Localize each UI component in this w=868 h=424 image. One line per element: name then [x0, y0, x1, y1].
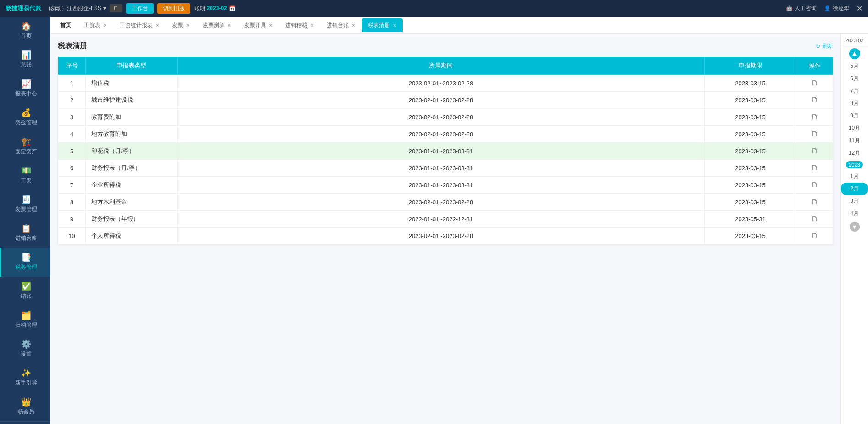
cell-type-9: 个人所得税: [86, 228, 178, 245]
action-view-0[interactable]: 🗋: [811, 79, 818, 87]
refresh-button[interactable]: ↻ 刷新: [816, 42, 833, 50]
close-button[interactable]: ✕: [857, 4, 862, 13]
table-row: 4 地方教育附加 2023-02-01~2023-02-28 2023-03-1…: [58, 126, 833, 143]
tab-label-payroll-stats: 工资统计报表: [120, 22, 153, 29]
action-view-8[interactable]: 🗋: [811, 215, 818, 223]
cal-month-6-2022[interactable]: 6月: [841, 73, 868, 85]
sidebar-label-general-ledger: 总账: [21, 61, 32, 69]
sidebar-item-settings[interactable]: ⚙️ 设置: [0, 335, 50, 363]
table-row: 10 个人所得税 2023-02-01~2023-02-28 2023-03-1…: [58, 228, 833, 245]
calendar-icon[interactable]: 📅: [229, 5, 236, 11]
app-logo: 畅捷通易代账: [6, 4, 41, 12]
sidebar-item-home[interactable]: 🏠 首页: [0, 17, 50, 45]
switch-version-button[interactable]: 切到旧版: [157, 3, 190, 14]
tab-close-payroll-table[interactable]: ×: [103, 22, 107, 28]
sidebar-item-settlement[interactable]: ✅ 结账: [0, 277, 50, 306]
cell-seq-7: 8: [58, 194, 86, 211]
main-panel: 税表清册 ↻ 刷新 序号 申报表类型 所属期间 申报期限 操作: [50, 34, 840, 424]
tab-close-purchase-review[interactable]: ×: [310, 22, 314, 28]
cal-month-12-2022[interactable]: 12月: [841, 147, 868, 159]
tab-payroll-table[interactable]: 工资表 ×: [78, 18, 113, 32]
table-row: 7 企业所得税 2023-01-01~2023-03-31 2023-03-15…: [58, 177, 833, 194]
table-row: 5 印花税（月/季） 2023-01-01~2023-03-31 2023-03…: [58, 143, 833, 160]
vip-icon: 👑: [21, 398, 31, 406]
cell-type-5: 财务报表（月/季）: [86, 160, 178, 177]
sidebar-item-general-ledger[interactable]: 📊 总账: [0, 45, 50, 74]
action-view-5[interactable]: 🗋: [811, 164, 818, 172]
cal-month-2-2023[interactable]: 2月: [841, 183, 868, 195]
cell-type-7: 地方水利基金: [86, 194, 178, 211]
tab-close-invoice-calc[interactable]: ×: [228, 22, 231, 28]
sidebar-item-purchase-sales[interactable]: 📋 进销台账: [0, 219, 50, 248]
sidebar-label-vip: 畅会员: [18, 408, 34, 416]
th-action: 操作: [796, 57, 833, 75]
tab-home[interactable]: 首页: [54, 18, 77, 32]
tax-icon: 📑: [21, 253, 31, 262]
sidebar-label-fund-management: 资金管理: [15, 119, 37, 127]
calendar-collapse-button[interactable]: ▾: [850, 222, 860, 232]
tab-invoice-calc[interactable]: 发票测算 ×: [197, 18, 237, 32]
tab-close-tax-clearance[interactable]: ×: [393, 22, 396, 28]
cell-type-1: 城市维护建设税: [86, 92, 178, 109]
cal-month-4-2023[interactable]: 4月: [841, 207, 868, 220]
sidebar-item-archive[interactable]: 🗂️ 归档管理: [0, 306, 50, 335]
cal-month-11-2022[interactable]: 11月: [841, 134, 868, 147]
tab-invoice-open[interactable]: 发票开具 ×: [238, 18, 278, 32]
tab-close-purchase-ledger[interactable]: ×: [351, 22, 355, 28]
tab-purchase-ledger[interactable]: 进销台账 ×: [321, 18, 361, 32]
company-dropdown-icon[interactable]: ▾: [103, 5, 106, 11]
sidebar-item-payroll[interactable]: 💵 工资: [0, 161, 50, 190]
action-view-4[interactable]: 🗋: [811, 147, 818, 155]
sidebar-item-report-center[interactable]: 📈 报表中心: [0, 74, 50, 103]
cell-deadline-7: 2023-03-15: [705, 194, 796, 211]
sidebar-item-invoice-management[interactable]: 🧾 发票管理: [0, 190, 50, 219]
action-view-2[interactable]: 🗋: [811, 113, 818, 121]
payroll-icon: 💵: [21, 167, 31, 175]
top-bar-right: 🤖 人工咨询 👤 徐泾华 ✕: [786, 4, 862, 13]
cell-deadline-8: 2023-05-31: [705, 211, 796, 228]
ai-consult-link[interactable]: 🤖 人工咨询: [786, 5, 817, 12]
th-type: 申报表类型: [86, 57, 178, 75]
cal-month-9-2022[interactable]: 9月: [841, 110, 868, 122]
cell-period-8: 2022-01-01~2022-12-31: [178, 211, 705, 228]
calendar-title: 2023.02: [841, 36, 868, 45]
sidebar-item-fund-management[interactable]: 💰 资金管理: [0, 103, 50, 132]
refresh-icon: ↻: [816, 43, 820, 50]
user-icon: 👤: [824, 5, 831, 11]
cell-action-1: 🗋: [796, 92, 833, 109]
cal-month-3-2023[interactable]: 3月: [841, 195, 868, 207]
year-2023-badge[interactable]: 2023: [846, 161, 862, 168]
calendar-up-button[interactable]: ▲: [849, 48, 860, 59]
action-view-9[interactable]: 🗋: [811, 232, 818, 240]
sidebar-label-tax-management: 税务管理: [15, 263, 37, 271]
table-row: 3 教育费附加 2023-02-01~2023-02-28 2023-03-15…: [58, 109, 833, 126]
tab-close-invoice-open[interactable]: ×: [269, 22, 273, 28]
cell-period-1: 2023-02-01~2023-02-28: [178, 92, 705, 109]
tab-payroll-stats[interactable]: 工资统计报表 ×: [114, 18, 165, 32]
sidebar-label-new-guide: 新手引导: [15, 379, 37, 387]
tab-tax-clearance[interactable]: 税表清册 ×: [362, 18, 402, 32]
cell-seq-3: 4: [58, 126, 86, 143]
sidebar-item-tax-management[interactable]: 📑 税务管理: [0, 248, 50, 277]
tab-purchase-review[interactable]: 进销稽核 ×: [279, 18, 320, 32]
action-view-6[interactable]: 🗋: [811, 181, 818, 189]
workspace-button[interactable]: 工作台: [126, 3, 154, 14]
user-profile[interactable]: 👤 徐泾华: [824, 5, 849, 12]
action-view-3[interactable]: 🗋: [811, 130, 818, 138]
copy-button[interactable]: 🗋: [110, 4, 122, 12]
action-view-1[interactable]: 🗋: [811, 96, 818, 104]
sidebar-label-purchase-sales: 进销台账: [15, 234, 37, 242]
sidebar-item-fixed-assets[interactable]: 🏗️ 固定资产: [0, 132, 50, 161]
action-view-7[interactable]: 🗋: [811, 198, 818, 206]
sidebar-item-new-guide[interactable]: ✨ 新手引导: [0, 363, 50, 392]
tab-close-invoice[interactable]: ×: [186, 22, 189, 28]
tab-close-payroll-stats[interactable]: ×: [156, 22, 159, 28]
cal-month-10-2022[interactable]: 10月: [841, 122, 868, 134]
tab-invoice[interactable]: 发票 ×: [166, 18, 195, 32]
cal-month-8-2022[interactable]: 8月: [841, 97, 868, 110]
cal-month-7-2022[interactable]: 7月: [841, 85, 868, 97]
sidebar-item-vip[interactable]: 👑 畅会员: [0, 392, 50, 421]
cal-month-1-2023[interactable]: 1月: [841, 170, 868, 183]
fund-icon: 💰: [21, 109, 31, 117]
cal-month-5-2022[interactable]: 5月: [841, 60, 868, 73]
